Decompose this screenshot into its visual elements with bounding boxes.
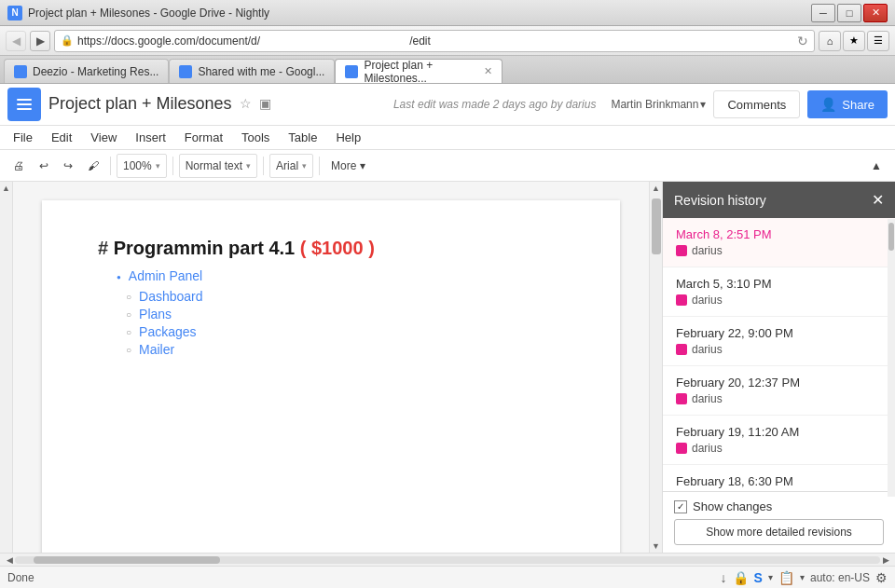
hscroll-thumb[interactable] [34, 556, 220, 564]
menu-edit[interactable]: Edit [42, 126, 81, 150]
minimize-button[interactable]: ─ [811, 4, 835, 22]
revision-scrollbar[interactable] [888, 219, 895, 497]
menu-file[interactable]: File [4, 126, 42, 150]
vscroll-thumb[interactable] [652, 198, 661, 254]
user-color-dot [676, 344, 687, 355]
paint-format-button[interactable]: 🖌 [82, 154, 104, 178]
forward-button[interactable]: ▶ [30, 31, 50, 51]
hscroll-left-button[interactable]: ◀ [4, 555, 15, 565]
hscroll-track[interactable] [15, 556, 880, 564]
doc-main: ▲ # Programmin part 4.1 ( $1000 ) ● [0, 182, 662, 553]
text-style-value: Normal text [186, 159, 242, 172]
revision-scrollbar-thumb[interactable] [888, 223, 894, 251]
tab-favicon-shared [179, 65, 192, 78]
spell-caret-icon[interactable]: ▾ [768, 572, 773, 582]
user-caret-icon[interactable]: ▾ [700, 98, 706, 111]
menu-tools[interactable]: Tools [232, 126, 279, 150]
last-edit-text: Last edit was made 2 days ago by darius [393, 98, 596, 111]
status-gear-icon[interactable]: ⚙ [875, 570, 888, 585]
maximize-button[interactable]: □ [837, 4, 861, 22]
comments-button[interactable]: Comments [713, 90, 800, 118]
status-down-icon[interactable]: ↓ [721, 570, 727, 585]
revision-list-item[interactable]: February 19, 11:20 AM darius [663, 416, 895, 465]
back-button[interactable]: ◀ [6, 31, 26, 51]
print-button[interactable]: 🖨 [7, 154, 30, 178]
scroll-up-arrow[interactable]: ▲ [0, 182, 13, 195]
font-value: Arial [276, 159, 298, 172]
lock-icon: 🔒 [61, 34, 74, 47]
tab-close-icon[interactable]: ✕ [484, 65, 492, 77]
text-style-select[interactable]: Normal text ▾ [179, 154, 257, 178]
menu-format[interactable]: Format [175, 126, 232, 150]
revision-user: darius [676, 343, 882, 356]
redo-button[interactable]: ↪ [58, 154, 78, 178]
doc-left-scrollbar: ▲ [0, 182, 13, 553]
menu-button[interactable]: ☰ [867, 31, 889, 51]
menu-insert[interactable]: Insert [126, 126, 175, 150]
more-button[interactable]: More ▾ [325, 154, 371, 178]
sub-text-plans: Plans [139, 307, 172, 321]
user-name-text: Martin Brinkmann [611, 98, 698, 111]
undo-button[interactable]: ↩ [34, 154, 54, 178]
hscroll-right-button[interactable]: ▶ [880, 555, 891, 565]
doc-hscrollbar: ◀ ▶ [0, 553, 895, 566]
heading-hash: # [98, 238, 114, 258]
font-select[interactable]: Arial ▾ [269, 154, 313, 178]
folder-icon[interactable]: ▣ [259, 96, 271, 111]
window-title: Project plan + Milesones - Google Drive … [28, 7, 811, 20]
vscroll-down-button[interactable]: ▼ [650, 540, 662, 553]
status-lock-icon[interactable]: 🔒 [733, 570, 749, 585]
revision-header: Revision history ✕ [663, 182, 895, 218]
menu-help[interactable]: Help [326, 126, 370, 150]
menu-view[interactable]: View [81, 126, 126, 150]
bullet-dot-icon: ● [117, 273, 121, 281]
revision-list-item[interactable]: March 8, 2:51 PM darius [663, 218, 895, 267]
heading-paren-close: ) [368, 238, 375, 258]
revision-close-button[interactable]: ✕ [872, 191, 884, 209]
user-color-dot [676, 294, 687, 306]
revision-user: darius [676, 294, 882, 307]
tab-shared[interactable]: Shared with me - Googl... [169, 59, 335, 83]
user-color-dot [676, 443, 687, 454]
revision-list-item[interactable]: February 22, 9:00 PM darius [663, 317, 895, 366]
status-spell-icon[interactable]: S [754, 570, 763, 585]
vscroll-up-button[interactable]: ▲ [650, 182, 662, 195]
clipboard-caret-icon[interactable]: ▾ [800, 572, 805, 582]
address-bar-container: 🔒 ↻ [54, 30, 815, 52]
app-container: Project plan + Milesones ☆ ▣ Last edit w… [0, 84, 895, 588]
tab-deezio[interactable]: Deezio - Marketing Res... [4, 59, 169, 83]
toolbar-separator-2 [172, 157, 173, 175]
collapse-toolbar-button[interactable]: ▲ [865, 154, 888, 178]
vscroll-track[interactable] [650, 195, 662, 540]
zoom-select[interactable]: 100% ▾ [117, 154, 167, 178]
revision-list-item[interactable]: February 20, 12:37 PM darius [663, 366, 895, 416]
hamburger-menu[interactable] [7, 88, 41, 121]
home-button[interactable]: ⌂ [819, 31, 841, 51]
revision-list-item[interactable]: February 18, 6:30 PM darius [663, 465, 895, 491]
refresh-icon[interactable]: ↻ [797, 34, 808, 48]
address-bar[interactable] [77, 34, 793, 48]
revision-list[interactable]: March 8, 2:51 PM darius March 5, 3:10 PM… [663, 218, 895, 491]
revision-date: March 8, 2:51 PM [676, 227, 882, 241]
doc-vscrollbar: ▲ ▼ [649, 182, 662, 553]
tab-project[interactable]: Project plan + Milestones... ✕ [335, 59, 503, 83]
show-changes-checkbox[interactable] [674, 500, 687, 513]
revision-list-item[interactable]: March 5, 3:10 PM darius [663, 267, 895, 317]
sub-text-packages: Packages [139, 324, 196, 339]
bookmarks-button[interactable]: ★ [843, 31, 865, 51]
star-icon[interactable]: ☆ [240, 96, 252, 111]
list-item-admin: ● Admin Panel [117, 268, 564, 283]
show-detailed-button[interactable]: Show more detailed revisions [674, 519, 884, 545]
close-button[interactable]: ✕ [863, 4, 888, 22]
show-changes-label[interactable]: Show changes [693, 499, 772, 513]
window-controls: ─ □ ✕ [811, 4, 888, 22]
doc-page: # Programmin part 4.1 ( $1000 ) ● Admin … [42, 200, 620, 553]
doc-page-area[interactable]: # Programmin part 4.1 ( $1000 ) ● Admin … [13, 182, 649, 553]
revision-user: darius [676, 392, 882, 405]
status-clipboard-icon[interactable]: 📋 [778, 570, 794, 585]
tab-label-project: Project plan + Milestones... [364, 59, 475, 83]
header-right: Last edit was made 2 days ago by darius … [382, 90, 888, 118]
revision-date: February 18, 6:30 PM [676, 474, 882, 488]
share-button[interactable]: 👤 Share [807, 90, 888, 118]
menu-table[interactable]: Table [279, 126, 326, 150]
